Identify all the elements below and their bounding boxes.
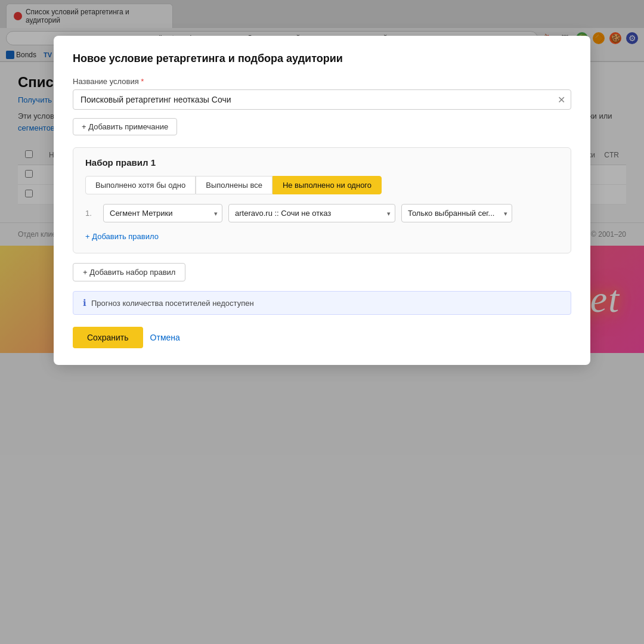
add-ruleset-button[interactable]: + Добавить набор правил: [73, 263, 185, 281]
action-buttons: Сохранить Отмена: [73, 327, 571, 348]
segment-type2-select[interactable]: Только выбранный сег...: [401, 204, 512, 222]
info-icon: ℹ: [83, 298, 86, 308]
add-rule-button[interactable]: + Добавить правило: [85, 230, 159, 243]
segment-type-select[interactable]: Сегмент Метрики: [103, 204, 222, 222]
rules-tabs: Выполнено хотя бы одно Выполнены все Не …: [85, 176, 559, 194]
ruleset-title: Набор правил 1: [85, 157, 559, 168]
condition-name-wrap: ✕: [73, 89, 571, 110]
tab-none[interactable]: Не выполнено ни одного: [273, 176, 382, 194]
required-star: *: [141, 77, 144, 86]
forecast-text: Прогноз количества посетителей недоступе…: [91, 299, 254, 308]
save-button[interactable]: Сохранить: [73, 327, 143, 348]
segment-select-wrap: Сегмент Метрики: [103, 204, 222, 222]
rule-number: 1.: [85, 209, 97, 218]
modal-title: Новое условие ретаргетинга и подбора ауд…: [73, 52, 571, 65]
tab-any[interactable]: Выполнено хотя бы одно: [85, 176, 196, 194]
tab-all[interactable]: Выполнены все: [196, 176, 273, 194]
clear-input-button[interactable]: ✕: [558, 94, 565, 106]
rules-set-1: Набор правил 1 Выполнено хотя бы одно Вы…: [73, 147, 571, 253]
rule-row-1: 1. Сегмент Метрики arteravo.ru :: Сочи н…: [85, 204, 559, 222]
segment-value-select[interactable]: arteravo.ru :: Сочи не отказ: [228, 204, 395, 222]
modal-dialog: Новое условие ретаргетинга и подбора ауд…: [54, 36, 590, 365]
condition-name-label: Название условия *: [73, 77, 571, 86]
condition-name-input[interactable]: [73, 89, 571, 110]
cancel-button[interactable]: Отмена: [150, 333, 180, 342]
forecast-box: ℹ Прогноз количества посетителей недосту…: [73, 291, 571, 315]
add-note-button[interactable]: + Добавить примечание: [73, 118, 177, 135]
modal-backdrop: Новое условие ретаргетинга и подбора ауд…: [0, 0, 644, 644]
segment-value-select-wrap: arteravo.ru :: Сочи не отказ: [228, 204, 395, 222]
segment-type2-select-wrap: Только выбранный сег...: [401, 204, 512, 222]
